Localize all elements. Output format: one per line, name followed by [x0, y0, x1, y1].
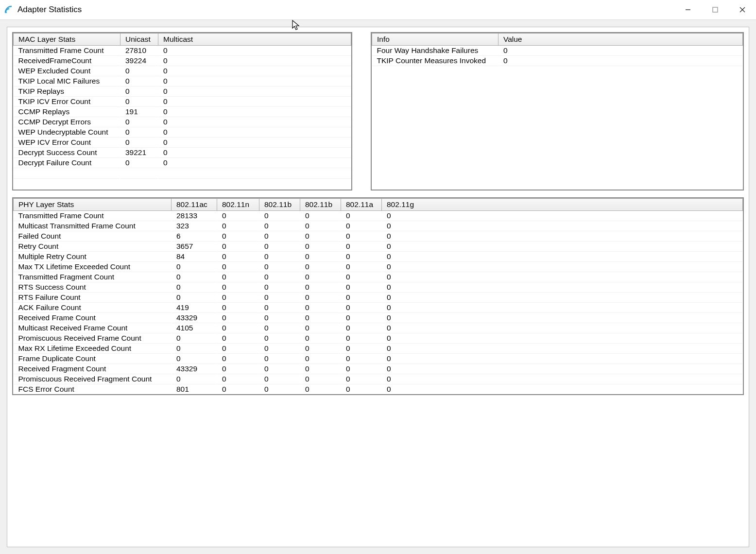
stat-multicast: 0: [158, 117, 351, 127]
stat-value: 0: [382, 241, 743, 251]
column-header[interactable]: 802.11g: [382, 198, 743, 210]
stat-multicast: 0: [158, 56, 351, 66]
stat-value: 0: [382, 323, 743, 333]
table-row[interactable]: TKIP Counter Measures Invoked0: [372, 56, 743, 66]
column-header[interactable]: Multicast: [158, 34, 351, 46]
stat-unicast: 0: [120, 87, 158, 97]
table-row[interactable]: Frame Duplicate Count000000: [14, 353, 743, 364]
stat-value: 0: [300, 282, 341, 292]
table-row[interactable]: ReceivedFrameCount392240: [14, 56, 351, 66]
table-row[interactable]: Multicast Received Frame Count410500000: [14, 323, 743, 333]
column-header[interactable]: 802.11b: [259, 198, 300, 210]
stat-value: 0: [382, 210, 743, 221]
table-row[interactable]: TKIP ICV Error Count00: [14, 97, 351, 107]
minimize-button[interactable]: [674, 0, 702, 19]
stat-value: 801: [172, 384, 217, 394]
stat-value: 0: [172, 292, 217, 302]
stat-value: 0: [382, 374, 743, 384]
stat-multicast: 0: [158, 158, 351, 168]
stat-label: Decrypt Success Count: [14, 148, 120, 158]
stat-unicast: 39221: [120, 148, 158, 158]
table-row[interactable]: RTS Failure Count000000: [14, 292, 743, 302]
table-row[interactable]: Max TX Lifetime Exceeded Count000000: [14, 261, 743, 272]
table-row[interactable]: Multicast Transmitted Frame Count3230000…: [14, 221, 743, 231]
stat-value: 0: [382, 353, 743, 364]
stat-value: 0: [217, 251, 259, 261]
table-row[interactable]: RTS Success Count000000: [14, 282, 743, 292]
stat-value: 323: [172, 221, 217, 231]
stat-value: 0: [341, 374, 382, 384]
column-header[interactable]: PHY Layer Stats: [14, 198, 172, 210]
table-row[interactable]: WEP Undecryptable Count00: [14, 127, 351, 138]
stat-value: 28133: [172, 210, 217, 221]
table-row[interactable]: FCS Error Count80100000: [14, 384, 743, 394]
stat-value: 0: [259, 323, 300, 333]
stat-value: 0: [300, 221, 341, 231]
table-row[interactable]: Multiple Retry Count8400000: [14, 251, 743, 261]
table-row[interactable]: Transmitted Fragment Count000000: [14, 272, 743, 282]
column-header[interactable]: Unicast: [120, 34, 158, 46]
table-row[interactable]: WEP Excluded Count00: [14, 66, 351, 76]
empty-row: [14, 179, 351, 190]
stat-value: 0: [300, 343, 341, 353]
stat-value: 6: [172, 231, 217, 241]
stat-value: 0: [300, 241, 341, 251]
stat-value: 0: [300, 312, 341, 323]
stat-value: 0: [259, 231, 300, 241]
column-header[interactable]: 802.11n: [217, 198, 259, 210]
column-header[interactable]: 802.11ac: [172, 198, 217, 210]
table-row[interactable]: Promiscuous Received Frame Count000000: [14, 333, 743, 343]
stat-value: 0: [172, 343, 217, 353]
table-row[interactable]: ACK Failure Count41900000: [14, 302, 743, 312]
table-row[interactable]: Promiscuous Received Fragment Count00000…: [14, 374, 743, 384]
stat-value: 84: [172, 251, 217, 261]
stat-value: 0: [341, 231, 382, 241]
column-header[interactable]: Value: [498, 34, 743, 46]
stat-value: 0: [259, 312, 300, 323]
table-row[interactable]: Failed Count600000: [14, 231, 743, 241]
stat-label: WEP Undecryptable Count: [14, 127, 120, 138]
table-row[interactable]: CCMP Replays1910: [14, 107, 351, 117]
stat-value: 0: [341, 353, 382, 364]
table-row[interactable]: Decrypt Success Count392210: [14, 148, 351, 158]
stat-label: Transmitted Frame Count: [14, 46, 120, 56]
stat-value: 0: [259, 292, 300, 302]
column-header[interactable]: 802.11a: [341, 198, 382, 210]
table-row[interactable]: Transmitted Frame Count278100: [14, 46, 351, 56]
table-row[interactable]: Four Way Handshake Failures0: [372, 46, 743, 56]
table-row[interactable]: TKIP Replays00: [14, 87, 351, 97]
table-row[interactable]: Received Fragment Count4332900000: [14, 364, 743, 374]
stat-value: 0: [259, 353, 300, 364]
column-header[interactable]: MAC Layer Stats: [14, 34, 120, 46]
phy-header-row[interactable]: PHY Layer Stats 802.11ac 802.11n 802.11b…: [14, 198, 743, 210]
table-row[interactable]: TKIP Local MIC Failures00: [14, 76, 351, 87]
table-row[interactable]: Retry Count365700000: [14, 241, 743, 251]
stat-multicast: 0: [158, 66, 351, 76]
stat-value: 0: [382, 292, 743, 302]
stat-multicast: 0: [158, 46, 351, 56]
empty-row: [372, 66, 743, 77]
table-row[interactable]: Transmitted Frame Count2813300000: [14, 210, 743, 221]
maximize-button[interactable]: [702, 0, 729, 19]
table-row[interactable]: Max RX Lifetime Exceeded Count000000: [14, 343, 743, 353]
table-row[interactable]: Received Frame Count4332900000: [14, 312, 743, 323]
stat-label: Max TX Lifetime Exceeded Count: [14, 261, 172, 272]
table-row[interactable]: Decrypt Failure Count00: [14, 158, 351, 168]
stat-value: 0: [217, 364, 259, 374]
mac-header-row[interactable]: MAC Layer Stats Unicast Multicast: [14, 34, 351, 46]
stat-value: 0: [259, 302, 300, 312]
stat-label: Decrypt Failure Count: [14, 158, 120, 168]
stat-value: 0: [217, 323, 259, 333]
column-header[interactable]: 802.11b: [300, 198, 341, 210]
close-button[interactable]: [729, 0, 756, 19]
stat-unicast: 0: [120, 117, 158, 127]
table-row[interactable]: WEP ICV Error Count00: [14, 138, 351, 148]
stat-value: 0: [300, 231, 341, 241]
column-header[interactable]: Info: [372, 34, 498, 46]
info-header-row[interactable]: Info Value: [372, 34, 743, 46]
stat-value: 0: [341, 323, 382, 333]
table-row[interactable]: CCMP Decrypt Errors00: [14, 117, 351, 127]
stat-label: CCMP Decrypt Errors: [14, 117, 120, 127]
stat-value: 0: [341, 364, 382, 374]
stat-unicast: 0: [120, 76, 158, 87]
